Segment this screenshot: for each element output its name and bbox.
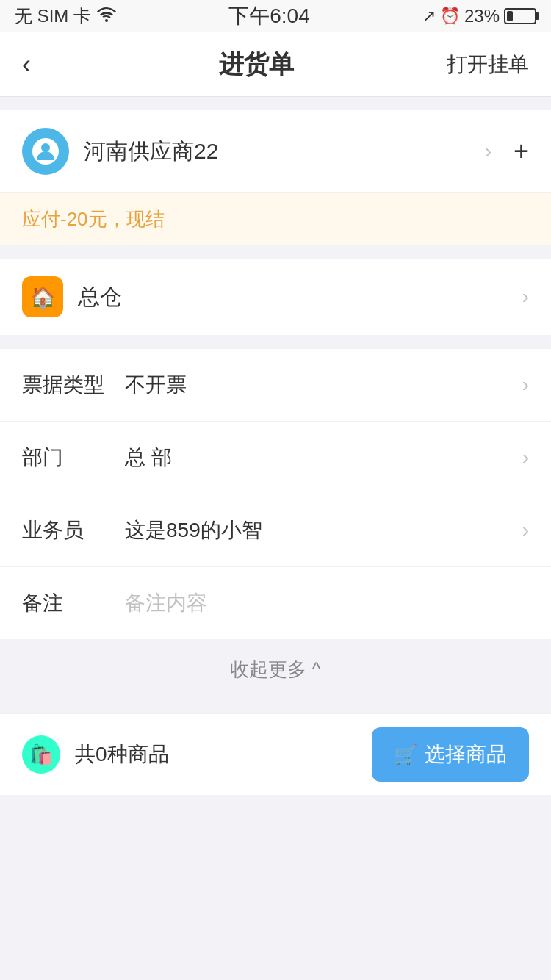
remark-label: 备注 bbox=[22, 589, 110, 617]
salesperson-row[interactable]: 业务员 这是859的小智 › bbox=[0, 494, 551, 566]
collapse-label: 收起更多 ^ bbox=[230, 657, 320, 682]
collapse-row[interactable]: 收起更多 ^ bbox=[0, 639, 551, 700]
form-section: 票据类型 不开票 › 部门 总 部 › 业务员 这是859的小智 › 备注 备注… bbox=[0, 348, 551, 639]
remark-row[interactable]: 备注 备注内容 bbox=[0, 566, 551, 639]
bottom-bar: 🛍️ 共0种商品 🛒 选择商品 bbox=[0, 713, 551, 795]
warehouse-row[interactable]: 🏠 总仓 › bbox=[0, 259, 551, 335]
warehouse-section[interactable]: 🏠 总仓 › bbox=[0, 259, 551, 335]
warehouse-chevron-icon: › bbox=[522, 285, 529, 309]
battery-icon bbox=[504, 8, 536, 24]
supplier-row[interactable]: 河南供应商22 › + bbox=[0, 110, 551, 193]
invoice-chevron-icon: › bbox=[522, 373, 529, 397]
salesperson-label: 业务员 bbox=[22, 516, 110, 544]
open-pending-button[interactable]: 打开挂单 bbox=[447, 51, 529, 79]
supplier-row-right: › + bbox=[485, 136, 529, 167]
status-time: 下午6:04 bbox=[228, 2, 310, 30]
add-button[interactable]: + bbox=[514, 136, 529, 167]
wifi-icon bbox=[97, 6, 116, 26]
supplier-section: 河南供应商22 › + 应付-20元，现结 bbox=[0, 110, 551, 245]
status-left: 无 SIM 卡 bbox=[15, 4, 116, 28]
section-gap-4 bbox=[0, 700, 551, 713]
section-gap-3 bbox=[0, 335, 551, 348]
department-label: 部门 bbox=[22, 444, 110, 472]
page-title: 进货单 bbox=[219, 48, 294, 82]
salesperson-chevron-icon: › bbox=[522, 519, 529, 542]
status-bar: 无 SIM 卡 下午6:04 ↗ ⏰ 23% bbox=[0, 0, 551, 32]
avatar bbox=[22, 128, 69, 175]
department-row[interactable]: 部门 总 部 › bbox=[0, 421, 551, 494]
battery-percent: 23% bbox=[464, 6, 500, 26]
location-icon: ↗ bbox=[422, 7, 436, 26]
notice-bar: 应付-20元，现结 bbox=[0, 193, 551, 245]
department-value: 总 部 bbox=[110, 444, 522, 472]
product-count-text: 共0种商品 bbox=[75, 741, 357, 768]
invoice-row[interactable]: 票据类型 不开票 › bbox=[0, 348, 551, 421]
house-icon: 🏠 bbox=[30, 285, 56, 309]
warehouse-icon-wrap: 🏠 bbox=[22, 276, 63, 317]
invoice-value: 不开票 bbox=[110, 371, 522, 399]
svg-point-0 bbox=[41, 143, 50, 152]
salesperson-value: 这是859的小智 bbox=[110, 516, 522, 544]
warehouse-name: 总仓 bbox=[78, 282, 522, 312]
status-right: ↗ ⏰ 23% bbox=[422, 6, 536, 26]
gray-fill-area bbox=[0, 795, 551, 980]
nav-bar: ‹ 进货单 打开挂单 bbox=[0, 32, 551, 97]
product-count-icon: 🛍️ bbox=[22, 735, 60, 774]
cart-icon: 🛍️ bbox=[29, 743, 53, 766]
supplier-name: 河南供应商22 bbox=[84, 137, 485, 167]
invoice-label: 票据类型 bbox=[22, 371, 110, 399]
section-gap-2 bbox=[0, 245, 551, 259]
select-goods-label: 选择商品 bbox=[425, 741, 507, 768]
carrier-text: 无 SIM 卡 bbox=[15, 4, 91, 28]
supplier-chevron-icon: › bbox=[485, 140, 491, 163]
alarm-icon: ⏰ bbox=[440, 7, 460, 26]
back-button[interactable]: ‹ bbox=[22, 49, 66, 80]
remark-input[interactable]: 备注内容 bbox=[110, 589, 529, 617]
select-goods-icon: 🛒 bbox=[394, 743, 417, 766]
section-gap-1 bbox=[0, 97, 551, 110]
select-goods-button[interactable]: 🛒 选择商品 bbox=[372, 727, 529, 782]
department-chevron-icon: › bbox=[522, 446, 529, 469]
person-icon bbox=[34, 140, 57, 163]
